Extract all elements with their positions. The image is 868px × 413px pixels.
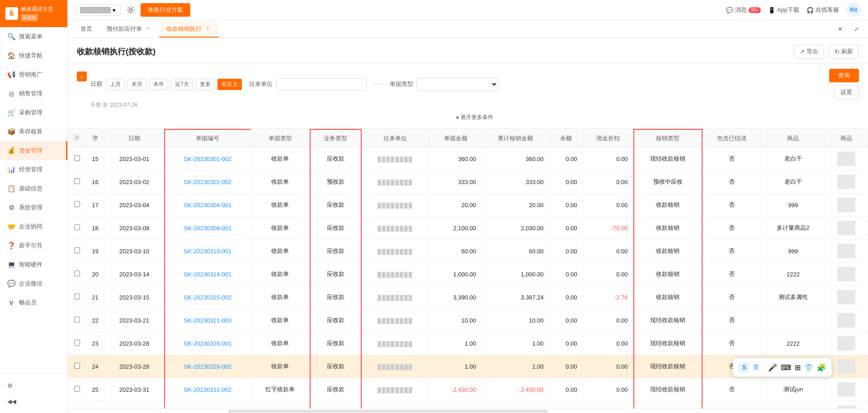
tab-close-all-btn[interactable]: ✕ (834, 23, 846, 36)
filter-7days-btn[interactable]: 近7天 (171, 79, 193, 90)
filter-more-btn[interactable]: 更多 (196, 79, 215, 90)
row-checkbox[interactable] (74, 247, 80, 253)
cell-checkbox[interactable] (68, 401, 86, 409)
tab-advance-close-btn[interactable]: × (145, 25, 152, 33)
filter-collapse-btn[interactable]: » (77, 71, 87, 81)
cell-checkbox[interactable] (68, 171, 86, 194)
watermark-puzzle-icon[interactable]: 🧩 (817, 363, 826, 372)
row-checkbox[interactable] (74, 386, 80, 392)
scrollbar-thumb[interactable] (228, 410, 548, 413)
cell-balance: 0.00 (549, 401, 583, 409)
cell-checkbox[interactable] (68, 147, 86, 171)
cell-checkbox[interactable] (68, 286, 86, 309)
watermark-mic-icon[interactable]: 🎤 (768, 363, 777, 372)
filter-receipt-type-label: 单据类型 (390, 80, 413, 88)
filter-this-month-btn[interactable]: 本月 (127, 79, 146, 90)
industry-solution-btn[interactable]: 体验行业方案 (141, 3, 190, 17)
sidebar-item-hardware[interactable]: 💻 智能硬件 (0, 255, 67, 274)
bill-no-link[interactable]: SK-20230321-003 (184, 317, 232, 324)
user-avatar[interactable]: Rit (846, 3, 861, 17)
tab-collection-exec[interactable]: 收款核销执行 × (159, 21, 219, 38)
row-checkbox[interactable] (74, 224, 80, 230)
watermark-keyboard-icon[interactable]: ⌨ (781, 363, 791, 372)
cell-checkbox[interactable] (68, 355, 86, 378)
cell-partner: ████████ (361, 286, 429, 309)
sidebar-item-member[interactable]: V 畅会员 (0, 293, 67, 312)
cell-total-cancel: 60.00 (482, 240, 550, 263)
sidebar-item-sales[interactable]: ◎ 销售管理 (0, 84, 67, 103)
filter-this-year-btn[interactable]: 本年 (149, 79, 168, 90)
row-checkbox[interactable] (74, 178, 80, 184)
bill-no-link[interactable]: SK-20230302-002 (184, 179, 232, 185)
bill-no-link[interactable]: SK-20230304-001 (184, 202, 232, 209)
query-btn[interactable]: 查询 (829, 69, 859, 82)
cell-checkbox[interactable] (68, 332, 86, 355)
bill-no-link[interactable]: SK-20230328-002 (184, 363, 232, 370)
sidebar-item-inventory[interactable]: 📦 库存核算 (0, 122, 67, 141)
row-checkbox[interactable] (74, 340, 80, 346)
cell-checkbox[interactable] (68, 194, 86, 217)
filter-custom-btn[interactable]: 自定义 (217, 79, 242, 90)
cell-partner: ████████ (361, 355, 429, 378)
cell-checkbox[interactable] (68, 309, 86, 332)
gear-icon[interactable] (73, 134, 80, 141)
sidebar-item-search[interactable]: 🔍 搜索菜单 (0, 27, 67, 46)
sidebar-item-management[interactable]: 📊 经营管理 (0, 160, 67, 179)
sidebar-item-finance[interactable]: 💰 资金管理 (0, 141, 67, 160)
tab-advance-payment[interactable]: 预付款应付单 × (99, 21, 159, 38)
row-checkbox[interactable] (74, 155, 80, 161)
expand-more-btn[interactable]: ▾ 展开更多条件 (90, 112, 859, 123)
sidebar-item-basic[interactable]: 📋 基础信息 (0, 179, 67, 198)
cell-cancel-type: 收款核销 (634, 263, 702, 286)
sidebar-settings-btn[interactable]: ⚙ (0, 378, 67, 394)
row-checkbox[interactable] (74, 201, 80, 207)
bill-no-link[interactable]: SK-20230315-002 (184, 294, 232, 301)
topbar-select[interactable]: ████████ ▾ (75, 5, 121, 16)
cell-checkbox[interactable] (68, 378, 86, 401)
sidebar-item-system[interactable]: ⚙ 系统管理 (0, 198, 67, 217)
row-checkbox[interactable] (74, 294, 80, 299)
sidebar-item-guide[interactable]: ❓ 新手引导 (0, 236, 67, 255)
topbar-settings-btn[interactable] (124, 4, 137, 16)
app-download-btn[interactable]: 📱 App下载 (768, 6, 799, 14)
main-content: ████████ ▾ 体验行业方案 💬 消息 99+ 📱 App下载 🎧 在线客… (68, 0, 868, 413)
bill-no-link[interactable]: SK-20230301-002 (184, 156, 232, 162)
cell-cash-discount: 0.00 (583, 332, 633, 355)
watermark-shirt-icon[interactable]: 👕 (804, 363, 813, 372)
sidebar-item-quick-nav[interactable]: 🏠 快捷导航 (0, 46, 67, 65)
bill-no-link[interactable]: SK-20230328-001 (184, 340, 232, 347)
sidebar-item-wechat[interactable]: 💬 企业微信 (0, 274, 67, 293)
cell-checkbox[interactable] (68, 263, 86, 286)
refresh-btn[interactable]: ↻ 刷新 (829, 45, 859, 58)
sidebar-collapse-btn[interactable]: ◀◀ (0, 394, 67, 409)
row-checkbox[interactable] (74, 363, 80, 369)
filter-receipt-type-select[interactable] (417, 78, 498, 91)
export-btn[interactable]: ↗ 导出 (794, 45, 824, 58)
sidebar-item-corp[interactable]: 🤝 企业协同 (0, 217, 67, 236)
filter-partner-input[interactable] (276, 78, 367, 90)
bill-no-link[interactable]: SK-20230331-002 (184, 386, 232, 393)
bill-no-link[interactable]: SK-20230314-001 (184, 271, 232, 278)
bill-no-link[interactable]: SK-20230308-001 (184, 225, 232, 232)
cell-biz-type: 应收款 (310, 147, 361, 171)
filter-dots: ··· (374, 80, 382, 88)
sidebar-item-purchase[interactable]: 🛒 采购管理 (0, 103, 67, 122)
cell-checkbox[interactable] (68, 217, 86, 240)
gear-icon (127, 6, 135, 14)
sidebar-item-marketing[interactable]: 📢 营销推广 (0, 65, 67, 84)
tab-home[interactable]: 首页 (73, 21, 99, 38)
messages-btn[interactable]: 💬 消息 99+ (726, 6, 761, 14)
cell-biz-type: 应收款 (310, 378, 361, 401)
watermark-grid-icon[interactable]: ⊞ (795, 363, 801, 372)
filter-settings-btn[interactable]: 设置 (834, 85, 859, 100)
filter-last-month-btn[interactable]: 上月 (106, 79, 125, 90)
bill-no-link[interactable]: SK-20230310-001 (184, 248, 232, 255)
cell-bill-type: 收款单 (250, 401, 310, 409)
row-checkbox[interactable] (74, 317, 80, 323)
cell-checkbox[interactable] (68, 240, 86, 263)
tab-expand-btn[interactable]: ⤢ (850, 23, 863, 36)
row-checkbox[interactable] (74, 271, 80, 276)
tab-collection-close-btn[interactable]: × (204, 25, 212, 33)
cell-num: 16 (86, 171, 104, 194)
online-service-btn[interactable]: 🎧 在线客服 (807, 6, 839, 14)
